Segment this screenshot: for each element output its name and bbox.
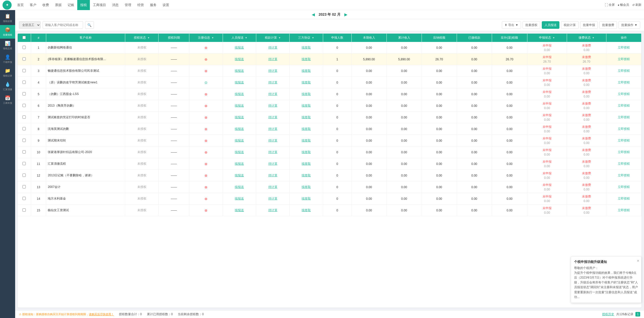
row-checkbox-4[interactable] <box>22 81 26 84</box>
row-3party[interactable]: 续签取 <box>290 146 323 158</box>
row-tax-calc[interactable]: 待计算 <box>256 42 289 54</box>
sidebar-item-personal-tax[interactable]: 👤 个税申报 <box>0 52 15 66</box>
select-all-checkbox[interactable] <box>22 36 26 39</box>
row-checkbox-3[interactable] <box>22 69 26 72</box>
row-checkbox-2[interactable] <box>22 57 26 61</box>
row-3party[interactable]: 续签取 <box>290 112 323 123</box>
nav-item-message[interactable]: 消息 <box>109 0 122 10</box>
row-checkbox-1[interactable] <box>22 46 26 49</box>
row-3party[interactable]: 续签取 <box>290 123 323 135</box>
row-3party[interactable]: 续签取 <box>290 100 323 112</box>
row-3party[interactable]: 续签取 <box>290 88 323 100</box>
row-checkbox-8[interactable] <box>22 127 26 130</box>
row-tax-calc[interactable]: 待计算 <box>256 123 289 135</box>
row-tax-calc[interactable]: 待计算 <box>256 112 289 123</box>
row-tax-calc[interactable]: 待计算 <box>256 88 289 100</box>
row-3party[interactable]: 续签取 <box>290 181 323 193</box>
nav-item-manage[interactable]: 管理 <box>122 0 134 10</box>
col-header-reg[interactable]: 注册信息 ▼ <box>189 34 223 42</box>
row-3party[interactable]: 续签取 <box>290 42 323 54</box>
row-personnel[interactable]: 续报送 <box>223 123 256 135</box>
sidebar-item-tax-records[interactable]: 📁 报税记录 <box>0 66 15 80</box>
sidebar-item-annual-report[interactable]: 📅 工商年报 <box>0 93 15 107</box>
row-3party[interactable]: 续签取 <box>290 205 323 216</box>
next-month-btn[interactable]: ▶ <box>344 12 347 17</box>
tax-calc-btn[interactable]: 税款计算 <box>561 21 579 29</box>
prev-month-btn[interactable]: ◀ <box>312 12 315 17</box>
row-tax-calc[interactable]: 待计算 <box>256 54 289 65</box>
row-action[interactable]: 立即授权 <box>606 54 641 65</box>
row-personnel[interactable]: 续报送 <box>223 193 256 205</box>
col-header-personnel[interactable]: 人员报送 ▼ <box>223 34 256 42</box>
row-action[interactable]: 立即授权 <box>606 65 641 77</box>
col-header-auth-status[interactable]: 授权状态 ▼ <box>125 34 159 42</box>
row-action[interactable]: 立即授权 <box>606 193 641 205</box>
row-personnel[interactable]: 续报送 <box>223 158 256 170</box>
row-3party[interactable]: 续签取 <box>290 193 323 205</box>
row-personnel[interactable]: 续报送 <box>223 146 256 158</box>
batch-fee-btn[interactable]: 批量缴费 <box>599 21 617 29</box>
row-personnel[interactable]: 续报送 <box>223 135 256 146</box>
row-checkbox-6[interactable] <box>22 104 26 107</box>
batch-declare-btn[interactable]: 批量申报 <box>580 21 598 29</box>
search-btn[interactable]: 🔍 <box>85 21 94 29</box>
row-personnel[interactable]: 续报送 <box>223 77 256 88</box>
batch-action-btn[interactable]: 批量操作 ▼ <box>619 21 640 29</box>
row-3party[interactable]: 续签取 <box>290 135 323 146</box>
col-header-fee-status[interactable]: 缴费状态 ▼ <box>567 34 606 42</box>
row-action[interactable]: 立即授权 <box>606 112 641 123</box>
employee-filter[interactable]: 全部员工 <box>19 21 41 29</box>
member-btn[interactable]: ♦ 畅会员 <box>618 3 629 7</box>
batch-auth-btn[interactable]: 批量授权 <box>523 21 540 29</box>
fullscreen-btn[interactable]: ⛶ 全屏 <box>605 3 615 7</box>
row-checkbox-5[interactable] <box>22 92 26 95</box>
row-personnel[interactable]: 续报送 <box>223 100 256 112</box>
row-personnel[interactable]: 续报送 <box>223 88 256 100</box>
row-action[interactable]: 立即授权 <box>606 88 641 100</box>
row-action[interactable]: 立即授权 <box>606 170 641 181</box>
row-checkbox-12[interactable] <box>22 174 26 177</box>
row-action[interactable]: 立即授权 <box>606 100 641 112</box>
nav-item-operation[interactable]: 经营 <box>134 0 147 10</box>
row-action[interactable]: 立即授权 <box>606 181 641 193</box>
row-checkbox-13[interactable] <box>22 185 26 188</box>
row-tax-calc[interactable]: 待计算 <box>256 65 289 77</box>
row-tax-calc[interactable]: 待计算 <box>256 100 289 112</box>
row-checkbox-7[interactable] <box>22 115 26 119</box>
row-personnel[interactable]: 续报送 <box>223 205 256 216</box>
row-tax-calc[interactable]: 待计算 <box>256 146 289 158</box>
refresh-btn[interactable]: ↺ 刷新 <box>632 3 641 7</box>
row-checkbox-11[interactable] <box>22 162 26 165</box>
row-personnel[interactable]: 续报送 <box>223 65 256 77</box>
nav-item-service[interactable]: 服务 <box>147 0 160 10</box>
row-tax-calc[interactable]: 待计算 <box>256 135 289 146</box>
row-action[interactable]: 立即授权 <box>606 42 641 54</box>
col-header-declare-status[interactable]: 申报状态 ▼ <box>527 34 567 42</box>
nav-item-business[interactable]: 工商项目 <box>90 0 109 10</box>
row-3party[interactable]: 续签取 <box>290 65 323 77</box>
auth-link[interactable]: 请购买后尽快使用！ <box>89 313 114 316</box>
search-input[interactable] <box>43 21 83 29</box>
row-3party[interactable]: 续签取 <box>290 54 323 65</box>
row-tax-calc[interactable]: 待计算 <box>256 193 289 205</box>
row-3party[interactable]: 续签取 <box>290 77 323 88</box>
personnel-report-btn[interactable]: 人员报送 <box>542 21 559 29</box>
row-action[interactable]: 立即授权 <box>606 77 641 88</box>
row-action[interactable]: 立即授权 <box>606 123 641 135</box>
row-personnel[interactable]: 续报送 <box>223 181 256 193</box>
row-action[interactable]: 立即授权 <box>606 158 641 170</box>
row-personnel[interactable]: 续报送 <box>223 42 256 54</box>
row-action[interactable]: 立即授权 <box>606 205 641 216</box>
history-link[interactable]: 授权历史 <box>602 312 614 316</box>
row-tax-calc[interactable]: 待计算 <box>256 205 289 216</box>
row-tax-calc[interactable]: 待计算 <box>256 77 289 88</box>
nav-item-bookkeeping[interactable]: 记账 <box>65 0 77 10</box>
col-header-3party[interactable]: 三方协议 ▼ <box>290 34 323 42</box>
row-action[interactable]: 立即授权 <box>606 135 641 146</box>
nav-item-tax[interactable]: 报税 <box>77 0 90 10</box>
row-checkbox-9[interactable] <box>22 139 26 142</box>
sidebar-item-annual-settlement[interactable]: 💧 汇算清缴 <box>0 80 15 93</box>
nav-item-invoice[interactable]: 票据 <box>52 0 65 10</box>
row-tax-calc[interactable]: 待计算 <box>256 181 289 193</box>
export-btn[interactable]: ⬆ 导出 ▼ <box>502 21 521 29</box>
